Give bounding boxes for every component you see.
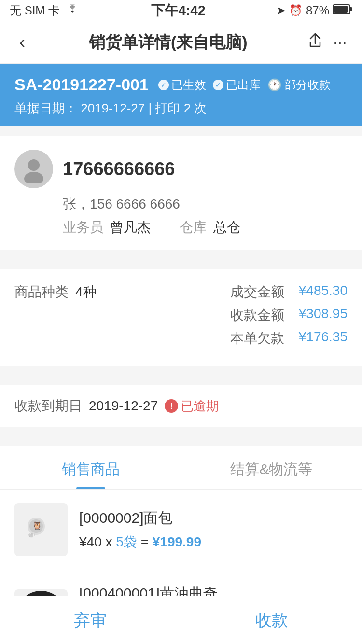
overdue-badge: ! 已逾期 (165, 398, 219, 415)
check-icon-2: ✓ (213, 80, 223, 90)
product-name-1: [0000002]面包 (79, 508, 348, 528)
product-total-1: ¥199.99 (153, 534, 201, 549)
more-icon[interactable]: ··· (334, 35, 348, 50)
product-price-1: ¥40 x 5袋 = ¥199.99 (79, 533, 348, 551)
share-icon[interactable] (306, 32, 324, 53)
avatar (14, 150, 53, 188)
received-row: 收款金额 ¥308.95 (230, 306, 348, 324)
category-stat: 商品种类 4种 (14, 283, 97, 301)
status-time: 下午4:42 (151, 1, 205, 20)
customer-section: 17666666666 张，156 6666 6666 业务员 曾凡杰 仓库 总… (0, 136, 362, 250)
header-date: 单据日期： 2019-12-27 | 打印 2 次 (14, 100, 348, 117)
warehouse-label: 仓库 (180, 218, 207, 237)
received-label: 收款金额 (230, 306, 284, 324)
order-id: SA-20191227-001 (14, 75, 149, 94)
bottom-bar: 弃审 收款 (0, 596, 362, 644)
wifi-icon (65, 4, 80, 17)
category-value: 4种 (75, 283, 97, 301)
tab-products[interactable]: 销售商品 (0, 446, 181, 489)
customer-top: 17666666666 (14, 150, 348, 188)
debt-value: ¥176.35 (299, 329, 348, 348)
customer-meta: 业务员 曾凡杰 仓库 总仓 (63, 218, 348, 237)
amount-row: 成交金额 ¥485.30 (230, 283, 348, 301)
status-bar: 无 SIM 卡 下午4:42 ➤ ⏰ 87% (0, 0, 362, 21)
badge-active: ✓ 已生效 (158, 77, 206, 93)
svg-text:🦉: 🦉 (32, 521, 42, 530)
badge-partial: 🕐 部分收款 (267, 77, 331, 93)
collect-button[interactable]: 收款 (181, 600, 362, 641)
amount-label: 成交金额 (230, 283, 284, 301)
tab-settlement[interactable]: 结算&物流等 (181, 446, 362, 489)
status-badges: ✓ 已生效 ✓ 已出库 🕐 部分收款 (158, 77, 331, 93)
customer-name-phone: 张，156 6666 6666 (63, 195, 348, 213)
received-value: ¥308.95 (299, 306, 348, 324)
due-label: 收款到期日 (14, 397, 82, 415)
battery-text: 87% (306, 4, 329, 17)
salesman-label: 业务员 (63, 218, 103, 237)
badge-shipped: ✓ 已出库 (213, 77, 261, 93)
check-icon-1: ✓ (158, 80, 169, 90)
carrier-text: 无 SIM 卡 (10, 3, 60, 18)
amount-value: ¥485.30 (299, 283, 348, 301)
warehouse-info: 仓库 总仓 (180, 218, 240, 237)
back-button[interactable]: ‹ (14, 28, 30, 57)
tabs-section: 销售商品 结算&物流等 (0, 446, 362, 490)
product-thumbnail-1: 🦉 铺+ (14, 503, 68, 556)
debt-row: 本单欠款 ¥176.35 (230, 329, 348, 348)
product-info-1: [0000002]面包 ¥40 x 5袋 = ¥199.99 (79, 508, 348, 551)
location-icon: ➤ (277, 4, 285, 17)
product-qty-1: 5袋 (116, 534, 137, 549)
due-date-value: 2019-12-27 (89, 398, 158, 414)
svg-point-3 (28, 159, 40, 171)
stats-section: 商品种类 4种 成交金额 ¥485.30 收款金额 ¥308.95 本单欠款 ¥… (0, 269, 362, 366)
category-label: 商品种类 (14, 283, 69, 301)
clock-icon: 🕐 (267, 78, 282, 92)
svg-text:铺+: 铺+ (28, 532, 36, 538)
overdue-text: 已逾期 (181, 398, 219, 415)
salesman-value: 曾凡杰 (110, 218, 151, 237)
nav-bar: ‹ 销货单详情(来自电脑) ··· (0, 21, 362, 64)
reject-button[interactable]: 弃审 (0, 600, 181, 641)
alarm-icon: ⏰ (289, 4, 302, 17)
svg-rect-2 (334, 6, 348, 13)
due-section: 收款到期日 2019-12-27 ! 已逾期 (0, 385, 362, 427)
overdue-icon: ! (165, 399, 178, 413)
customer-phone: 17666666666 (63, 159, 175, 180)
status-left: 无 SIM 卡 (10, 3, 80, 18)
debt-label: 本单欠款 (230, 329, 284, 348)
svg-rect-1 (350, 7, 352, 11)
salesman-info: 业务员 曾凡杰 (63, 218, 151, 237)
list-item: 🦉 铺+ [0000002]面包 ¥40 x 5袋 = ¥199.99 (0, 490, 362, 570)
header-top: SA-20191227-001 ✓ 已生效 ✓ 已出库 🕐 部分收款 (14, 75, 348, 94)
warehouse-value: 总仓 (213, 218, 240, 237)
stats-left: 商品种类 4种 (14, 283, 97, 305)
nav-right-actions: ··· (306, 32, 348, 53)
order-header: SA-20191227-001 ✓ 已生效 ✓ 已出库 🕐 部分收款 单据日期：… (0, 64, 362, 126)
stats-right: 成交金额 ¥485.30 收款金额 ¥308.95 本单欠款 ¥176.35 (230, 283, 348, 352)
page-title: 销货单详情(来自电脑) (30, 31, 306, 54)
status-right: ➤ ⏰ 87% (277, 4, 352, 17)
battery-icon (333, 4, 352, 17)
svg-point-4 (24, 172, 43, 183)
